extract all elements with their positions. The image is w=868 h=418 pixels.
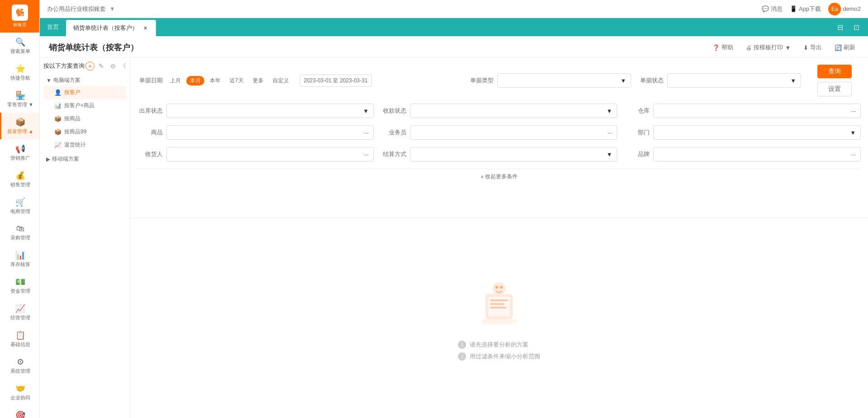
quick-nav-icon: ⭐ (15, 64, 25, 74)
add-scheme-btn[interactable]: + (85, 62, 94, 71)
sidebar-item-basic[interactable]: 📋 基础信息 (0, 326, 39, 352)
sidebar-item-newbie[interactable]: 🎯 新手引导 (0, 406, 39, 418)
collapse-scheme-btn[interactable]: 《 (120, 62, 126, 70)
print-btn[interactable]: 🖨 按模板打印 ▼ (742, 42, 794, 53)
tab-home[interactable]: 首页 (40, 18, 66, 36)
tab-home-label: 首页 (47, 23, 59, 31)
pay-status-dropdown[interactable]: ▼ (410, 104, 618, 118)
filter-item-pay-status: 收款状态 ▼ (381, 104, 618, 118)
svg-point-6 (493, 282, 505, 295)
sidebar-item-finance[interactable]: 💵 资金管理 (0, 272, 39, 299)
scheme-panel-title: 按以下方案查询 (43, 62, 85, 70)
empty-icon (472, 276, 526, 332)
preset-this-month[interactable]: 本月 (186, 76, 204, 86)
by-goods-icon: 📦 (54, 115, 61, 122)
filter-item-type: 单据类型 ▼ (468, 73, 631, 88)
department-label: 部门 (624, 128, 650, 137)
scheme-group-mobile: ▶ 移动端方案 (43, 153, 126, 165)
out-status-dropdown[interactable]: ▼ (166, 104, 374, 118)
scheme-group-header-mobile[interactable]: ▶ 移动端方案 (43, 153, 126, 165)
out-status-label: 出库状态 (137, 107, 163, 115)
brand-label: 品牌 (624, 150, 650, 158)
filter-item-warehouse: 仓库 ··· (624, 104, 861, 118)
print-icon: 🖨 (746, 44, 752, 51)
message-btn[interactable]: 💬 消息 (762, 5, 783, 13)
sidebar-item-sales[interactable]: 💰 销售管理 (0, 166, 39, 193)
sidebar: 畅 标账页 🔍 搜索菜单 ⭐ 快捷导航 🏪 零售管理 ▼ 📦 批发管理 ▲ 📢 … (0, 0, 40, 418)
filter-item-date: 单据日期 上月 本月 本年 近7天 更多 自定义 2023-03-01 至 20… (137, 75, 461, 87)
delete-scheme-btn[interactable]: ⊖ (108, 61, 118, 71)
filter-item-department: 部门 ▼ (624, 125, 861, 140)
sidebar-item-marketing[interactable]: 📢 营销推广 (0, 139, 39, 166)
department-dropdown[interactable]: ▼ (653, 125, 861, 140)
tab-close-icon[interactable]: ✕ (142, 24, 149, 32)
sidebar-label-system: 系统管理 (10, 368, 30, 375)
by-goods-99-label: 按商品99 (64, 128, 86, 136)
sidebar-item-system[interactable]: ⚙ 系统管理 (0, 352, 39, 379)
export-btn[interactable]: ⬇ 导出 (800, 42, 826, 53)
page-actions: ❓ 帮助 🖨 按模板打印 ▼ ⬇ 导出 🔄 刷新 (709, 42, 859, 53)
tab-minimize-btn[interactable]: ⊟ (834, 21, 846, 33)
warehouse-input[interactable]: ··· (653, 104, 861, 118)
sidebar-item-company[interactable]: 🤝 企业协同 (0, 379, 39, 406)
finance-icon: 💵 (15, 277, 25, 287)
collapse-up-icon: ∧ (481, 174, 485, 179)
settings-button[interactable]: 设置 (817, 82, 852, 96)
preset-this-year[interactable]: 本年 (206, 76, 224, 86)
content-body: 按以下方案查询 + ✎ ⊖ 《 ▼ 电脑端方案 👤 (40, 57, 868, 418)
svg-point-8 (500, 286, 503, 289)
sidebar-item-purchase[interactable]: 🛍 采购管理 (0, 219, 39, 246)
receiver-input[interactable]: ··· (166, 147, 374, 162)
warehouse-label: 仓库 (624, 107, 650, 115)
tip-num-2: 2 (458, 352, 466, 361)
scheme-item-by-customer-goods[interactable]: 📊 按客户+商品 (43, 99, 126, 112)
help-btn[interactable]: ❓ 帮助 (709, 42, 737, 53)
brand-input[interactable]: ··· (653, 147, 861, 162)
warehouse-ellipsis-icon: ··· (851, 108, 856, 114)
dropdown-icon[interactable]: ▼ (109, 5, 115, 12)
sidebar-label-search: 搜索菜单 (10, 48, 30, 55)
type-chevron-icon: ▼ (620, 77, 626, 84)
scheme-item-by-goods[interactable]: 📦 按商品 (43, 112, 126, 125)
sidebar-label-basic: 基础信息 (10, 341, 30, 348)
preset-7days[interactable]: 近7天 (226, 76, 247, 86)
preset-last-month[interactable]: 上月 (166, 76, 184, 86)
sidebar-item-wholesale[interactable]: 📦 批发管理 ▲ (0, 113, 39, 139)
sidebar-item-search[interactable]: 🔍 搜索菜单 (0, 33, 39, 59)
scheme-item-by-customer[interactable]: 👤 按客户 (43, 86, 126, 99)
tab-sales-report[interactable]: 销货单统计表（按客户） ✕ (66, 20, 156, 36)
tab-maximize-btn[interactable]: ⊡ (850, 21, 863, 33)
sidebar-label-sales: 销售管理 (10, 181, 30, 188)
date-range-display[interactable]: 2023-03-01 至 2023-03-31 (300, 75, 372, 87)
by-customer-icon: 👤 (54, 89, 61, 96)
edit-scheme-btn[interactable]: ✎ (96, 61, 106, 71)
top-header: 办公用品行业模拟账套 ▼ 💬 消息 📱 App下载 Ea demo2 (40, 0, 868, 18)
refresh-btn[interactable]: 🔄 刷新 (831, 42, 859, 53)
sidebar-item-retail[interactable]: 🏪 零售管理 ▼ (0, 86, 39, 113)
newbie-icon: 🎯 (15, 410, 25, 418)
page-title-bar: 销货单统计表（按客户） ❓ 帮助 🖨 按模板打印 ▼ ⬇ 导出 🔄 刷新 (40, 36, 868, 57)
goods-input[interactable]: ··· (166, 125, 374, 140)
filter-area: 单据日期 上月 本月 本年 近7天 更多 自定义 2023-03-01 至 20… (130, 57, 868, 218)
collapse-label: 收起更多条件 (485, 173, 518, 180)
scheme-group-header-desktop[interactable]: ▼ 电脑端方案 (43, 75, 126, 86)
mobile-group-label: 移动端方案 (52, 155, 79, 163)
app-download-btn[interactable]: 📱 App下载 (790, 5, 821, 13)
scheme-item-return-stats[interactable]: 📈 退货统计 (43, 138, 126, 152)
query-button[interactable]: 查询 (817, 65, 852, 78)
salesperson-input[interactable]: ··· (410, 125, 618, 140)
sidebar-item-ops[interactable]: 📈 经营管理 (0, 299, 39, 326)
scheme-item-by-goods-99[interactable]: 📦 按商品99 (43, 125, 126, 138)
sidebar-item-inventory[interactable]: 📊 库存核算 (0, 246, 39, 272)
status-dropdown[interactable]: ▼ (667, 73, 801, 88)
preset-more[interactable]: 更多 (249, 76, 267, 86)
type-dropdown[interactable]: ▼ (497, 73, 631, 88)
sidebar-item-ecommerce[interactable]: 🛒 电商管理 (0, 193, 39, 219)
print-dropdown-icon: ▼ (785, 44, 791, 51)
collapse-more-btn[interactable]: ∧ 收起更多条件 (137, 169, 861, 184)
sidebar-item-quick-nav[interactable]: ⭐ 快捷导航 (0, 59, 39, 86)
user-area[interactable]: Ea demo2 (828, 3, 861, 15)
settlement-dropdown[interactable]: ▼ (410, 147, 618, 162)
preset-custom[interactable]: 自定义 (269, 76, 292, 86)
filter-row-3: 商品 ··· 业务员 ··· (137, 125, 861, 140)
